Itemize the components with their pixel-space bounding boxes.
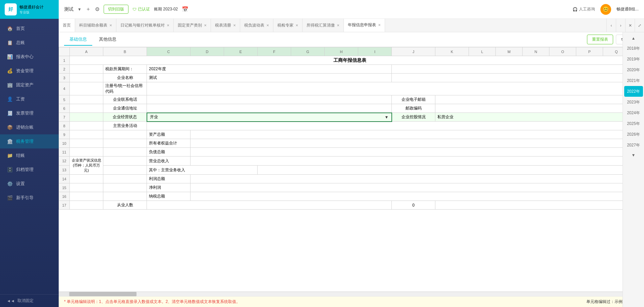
table-cell[interactable] xyxy=(103,166,147,175)
sidebar-item-invoice[interactable]: 🧾 发票管理 xyxy=(0,106,59,120)
dropdown-arrow-icon[interactable]: ▼ xyxy=(385,115,389,120)
table-cell[interactable]: 其中：主营业务收入 xyxy=(147,166,258,175)
sidebar-item-salary[interactable]: 👤 工资 xyxy=(0,92,59,106)
switch-version-button[interactable]: 切到旧版 xyxy=(104,5,128,14)
table-cell[interactable] xyxy=(103,148,147,157)
table-cell[interactable] xyxy=(70,183,103,192)
table-cell[interactable] xyxy=(392,65,630,74)
settings-button[interactable]: ⚙ xyxy=(95,6,100,12)
sidebar-item-guide[interactable]: 🎬 新手引导 xyxy=(0,191,59,205)
year-scroll-down[interactable]: ▼ xyxy=(623,150,644,160)
table-cell[interactable] xyxy=(70,201,103,210)
year-item-2025[interactable]: 2025年 xyxy=(623,118,644,129)
table-cell[interactable] xyxy=(70,175,103,183)
col-header-I[interactable]: I xyxy=(358,47,392,56)
tab-home[interactable]: 首页 xyxy=(59,19,75,32)
table-cell[interactable] xyxy=(70,113,103,122)
col-header-L[interactable]: L xyxy=(469,47,496,56)
table-cell[interactable] xyxy=(435,104,630,113)
table-cell[interactable]: 邮政编码 xyxy=(392,104,435,113)
table-cell[interactable] xyxy=(103,157,147,166)
content-tab-other[interactable]: 其他信息 xyxy=(94,34,122,46)
col-header-A[interactable]: A xyxy=(70,47,103,56)
col-header-B[interactable]: B xyxy=(103,47,147,56)
tab-close-icon[interactable]: ✕ xyxy=(204,24,207,27)
add-button[interactable]: ＋ xyxy=(86,6,91,13)
year-scroll-up[interactable]: ▲ xyxy=(623,34,644,43)
col-header-J[interactable]: J xyxy=(392,47,435,56)
col-header-O[interactable]: O xyxy=(549,47,576,56)
year-item-2019[interactable]: 2019年 xyxy=(623,54,644,64)
table-cell[interactable] xyxy=(191,175,630,183)
table-cell[interactable] xyxy=(70,192,103,201)
reset-button[interactable]: 重置报表 xyxy=(587,35,613,44)
sidebar-item-tax[interactable]: 🏛️ 税务管理 xyxy=(0,134,59,148)
table-cell[interactable]: 营业总收入 xyxy=(147,157,191,166)
sidebar-item-ledger[interactable]: 📋 总账 xyxy=(0,36,59,50)
tab-close-icon[interactable]: ✕ xyxy=(266,24,269,27)
tab-annual-report[interactable]: 年报信息申报表 ✕ xyxy=(344,19,385,32)
tab-close-icon[interactable]: ✕ xyxy=(378,23,381,27)
table-cell[interactable] xyxy=(191,157,630,166)
table-cell[interactable] xyxy=(191,148,630,157)
tab-next-button[interactable]: › xyxy=(616,19,625,32)
table-cell[interactable]: 企业电子邮箱 xyxy=(392,95,435,104)
tab-close-icon[interactable]: ✕ xyxy=(233,24,236,27)
year-item-2026[interactable]: 2026年 xyxy=(623,129,644,140)
sidebar-item-archive[interactable]: 🗄️ 归档管理 xyxy=(0,163,59,177)
table-cell[interactable] xyxy=(103,175,147,183)
tab-journal[interactable]: 日记账与银行对账单核对 ✕ xyxy=(116,19,174,32)
table-cell[interactable] xyxy=(70,148,103,157)
table-cell[interactable]: 从业人数 xyxy=(103,201,147,210)
table-cell[interactable]: 测试 xyxy=(147,74,392,82)
table-cell[interactable]: 企业通信地址 xyxy=(103,104,147,113)
year-item-2027[interactable]: 2027年 xyxy=(623,140,644,150)
table-cell[interactable] xyxy=(70,104,103,113)
tab-tax-fluctuation[interactable]: 税负波动表 ✕ xyxy=(240,19,273,32)
sidebar-item-reports[interactable]: 📊 报表中心 xyxy=(0,50,59,64)
content-tab-basic[interactable]: 基础信息 xyxy=(64,34,92,46)
table-cell[interactable] xyxy=(70,65,103,74)
horizontal-scrollbar[interactable] xyxy=(59,292,644,296)
table-cell[interactable]: 负债总额 xyxy=(147,148,191,157)
year-item-2020[interactable]: 2020年 xyxy=(623,64,644,75)
table-cell[interactable]: 注册号/统一社会信用代码 xyxy=(103,82,147,95)
table-cell-active[interactable]: 开业 ▼ xyxy=(147,113,392,122)
table-cell-title[interactable]: 工商年报信息表 xyxy=(70,56,630,65)
table-cell[interactable] xyxy=(103,183,147,192)
col-header-E[interactable]: E xyxy=(224,47,258,56)
table-cell[interactable]: 利润总额 xyxy=(147,175,191,183)
table-cell[interactable] xyxy=(258,166,630,175)
table-cell[interactable] xyxy=(103,139,147,148)
table-cell[interactable] xyxy=(70,122,103,130)
year-item-2024[interactable]: 2024年 xyxy=(623,107,644,118)
spreadsheet-wrapper[interactable]: A B C D E F G H I J K L M N O xyxy=(59,47,644,292)
table-cell[interactable] xyxy=(103,130,147,139)
col-header-F[interactable]: F xyxy=(258,47,291,56)
table-cell[interactable] xyxy=(70,82,103,95)
table-cell[interactable] xyxy=(191,192,630,201)
sidebar-item-close[interactable]: 📁 结账 xyxy=(0,148,59,163)
col-header-H[interactable]: H xyxy=(325,47,358,56)
avatar[interactable]: 😊 xyxy=(600,4,611,15)
service-button[interactable]: 🎧 人工咨询 xyxy=(573,6,595,12)
tab-close-icon[interactable]: ✕ xyxy=(296,24,298,27)
tab-subject[interactable]: 科目辅助余额表 ✕ xyxy=(75,19,116,32)
table-cell[interactable]: 企业联系电话 xyxy=(103,95,147,104)
table-cell[interactable]: 税款所属期间： xyxy=(103,65,147,74)
table-cell[interactable] xyxy=(147,104,392,113)
tab-fixed-assets[interactable]: 固定资产类别 ✕ xyxy=(174,19,211,32)
col-header-K[interactable]: K xyxy=(435,47,469,56)
calendar-icon[interactable]: 📅 xyxy=(182,6,189,12)
table-cell[interactable] xyxy=(70,95,103,104)
table-cell[interactable] xyxy=(147,95,392,104)
year-item-2018[interactable]: 2018年 xyxy=(623,43,644,54)
title-dropdown[interactable]: ▼ xyxy=(77,7,82,12)
table-cell[interactable] xyxy=(103,192,147,201)
table-cell[interactable]: 私营企业 xyxy=(435,113,630,122)
col-header-N[interactable]: N xyxy=(523,47,549,56)
table-cell[interactable] xyxy=(435,95,630,104)
col-header-D[interactable]: D xyxy=(191,47,224,56)
tab-close-icon[interactable]: ✕ xyxy=(337,24,339,27)
table-cell[interactable]: 主营业务活动 xyxy=(103,122,147,130)
